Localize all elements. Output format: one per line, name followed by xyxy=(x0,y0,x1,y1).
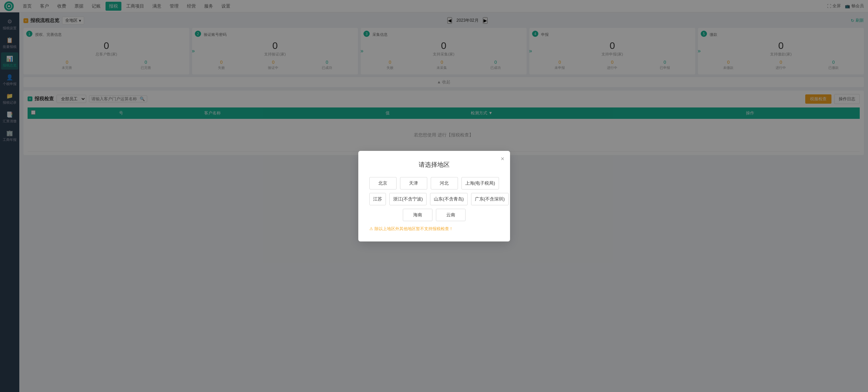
region-btn-guangdong[interactable]: 广东(不含深圳) xyxy=(471,193,509,205)
warning-icon: ⚠ xyxy=(369,226,373,231)
region-select-modal: × 请选择地区 北京 天津 河北 上海(电子税局) 江苏 浙江(不含宁波) 山东… xyxy=(358,151,510,241)
region-grid-row1: 北京 天津 河北 上海(电子税局) xyxy=(369,177,499,189)
modal-overlay[interactable]: × 请选择地区 北京 天津 河北 上海(电子税局) 江苏 浙江(不含宁波) 山东… xyxy=(0,0,868,392)
modal-warning: ⚠ 除以上地区外其他地区暂不支持报税检查！ xyxy=(369,226,499,232)
modal-close-button[interactable]: × xyxy=(501,156,505,162)
region-btn-zhejiang[interactable]: 浙江(不含宁波) xyxy=(389,193,427,205)
region-btn-hainan[interactable]: 海南 xyxy=(403,209,432,221)
modal-title: 请选择地区 xyxy=(369,161,499,169)
region-grid-row2: 江苏 浙江(不含宁波) 山东(不含青岛) 广东(不含深圳) xyxy=(369,193,499,205)
region-btn-hebei[interactable]: 河北 xyxy=(431,177,458,189)
region-btn-yunnan[interactable]: 云南 xyxy=(436,209,466,221)
region-btn-shanghai[interactable]: 上海(电子税局) xyxy=(461,177,499,189)
region-btn-beijing[interactable]: 北京 xyxy=(369,177,397,189)
region-grid-row3: 海南 云南 xyxy=(369,209,499,221)
warning-text: 除以上地区外其他地区暂不支持报税检查！ xyxy=(375,226,453,232)
region-btn-tianjin[interactable]: 天津 xyxy=(400,177,427,189)
region-btn-jiangsu[interactable]: 江苏 xyxy=(369,193,386,205)
region-btn-shandong[interactable]: 山东(不含青岛) xyxy=(430,193,468,205)
